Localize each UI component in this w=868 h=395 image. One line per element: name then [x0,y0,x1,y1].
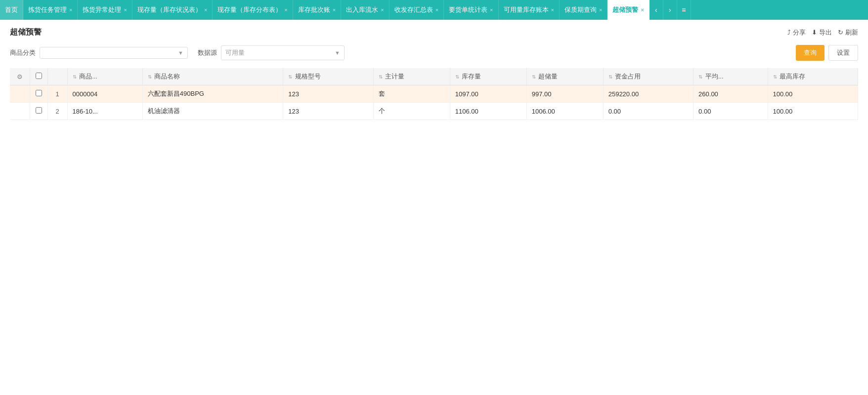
close-usable-stock[interactable]: × [551,7,554,13]
row-avg: 0.00 [694,103,768,120]
topbar: 首页 拣货任务管理 × 拣货异常处理 × 现存量（库存状况表） × 现存量（库存… [0,0,868,20]
row-checkbox-cell[interactable] [30,103,47,120]
datasource-filter-group: 数据源 可用量 ▼ [198,45,345,60]
col-stock-header[interactable]: ⇅ 库存量 [450,68,526,85]
row-unit: 套 [373,85,450,103]
nav-exception[interactable]: 拣货异常处理 × [78,0,132,20]
row-product-code: 0000004 [67,85,142,103]
sort-spec-icon: ⇅ [288,74,292,79]
nav-summary[interactable]: 收发存汇总表 × [390,0,444,20]
col-avg-header[interactable]: ⇅ 平均... [694,68,768,85]
row-overstock: 1006.00 [526,103,603,120]
sort-avg-icon: ⇅ [698,74,702,79]
close-stock-status[interactable]: × [204,7,207,13]
datasource-select-text: 可用量 [225,48,245,57]
filter-row: 商品分类 ▼ 数据源 可用量 ▼ 查询 设置 [10,45,858,61]
nav-home[interactable]: 首页 [0,0,23,20]
col-settings-header[interactable]: ⚙ [10,68,30,85]
row-product-name: 机油滤清器 [142,103,283,120]
col-unit-header[interactable]: ⇅ 主计量 [373,68,450,85]
close-stock-dist[interactable]: × [284,7,287,13]
row-index-cell: 1 [47,85,67,103]
row-index-cell: 2 [47,103,67,120]
main-content: 超储预警 ⤴ 分享 ⬇ 导出 ↻ 刷新 商品分类 ▼ 数据源 [0,20,868,395]
nav-overstock[interactable]: 超储预警 × [608,0,649,20]
sort-maxstock-icon: ⇅ [773,74,777,79]
close-expiry[interactable]: × [599,7,602,13]
datasource-dropdown-icon: ▼ [335,50,340,56]
row-settings-cell [10,85,30,103]
row-spec: 123 [283,103,373,120]
share-icon: ⤴ [787,29,791,36]
export-icon: ⬇ [812,29,817,36]
query-button[interactable]: 查询 [796,45,825,61]
row-overstock: 997.00 [526,85,603,103]
row-spec: 123 [283,85,373,103]
data-table: ⚙ ⇅ 商品... ⇅ 商品名称 ⇅ 规格型号 [10,68,858,120]
row-maxstock: 100.00 [768,103,858,120]
row-product-code: 186-10... [67,103,142,120]
sort-product-code-icon: ⇅ [73,74,77,79]
col-spec-header[interactable]: ⇅ 规格型号 [283,68,373,85]
row-checkbox-1[interactable] [36,107,42,114]
share-action[interactable]: ⤴ 分享 [787,28,806,37]
header-actions: ⤴ 分享 ⬇ 导出 ↻ 刷新 [787,28,858,37]
category-filter-group: 商品分类 ▼ [10,47,188,59]
row-stock: 1106.00 [450,103,526,120]
col-capital-header[interactable]: ⇅ 资金占用 [603,68,693,85]
row-maxstock: 100.00 [768,85,858,103]
category-dropdown-icon: ▼ [178,50,183,56]
category-label: 商品分类 [10,48,36,57]
table-header-row: ⚙ ⇅ 商品... ⇅ 商品名称 ⇅ 规格型号 [10,68,858,85]
row-capital: 0.00 [603,103,693,120]
col-checkbox-header[interactable] [30,68,47,85]
col-maxstock-header[interactable]: ⇅ 最高库存 [768,68,858,85]
category-select[interactable]: ▼ [40,47,188,59]
row-settings-cell [10,103,30,120]
nav-stock-dist[interactable]: 现存量（库存分布表） × [213,0,293,20]
nav-batch[interactable]: 库存批次账 × [293,0,341,20]
nav-next-btn[interactable]: › [663,0,677,20]
close-batch[interactable]: × [333,7,336,13]
row-unit: 个 [373,103,450,120]
row-stock: 1097.00 [450,85,526,103]
datasource-select[interactable]: 可用量 ▼ [221,45,345,60]
nav-prev-btn[interactable]: ‹ [650,0,663,20]
col-product-name-header[interactable]: ⇅ 商品名称 [142,68,283,85]
close-exception[interactable]: × [124,7,127,13]
refresh-action[interactable]: ↻ 刷新 [838,28,858,37]
export-action[interactable]: ⬇ 导出 [812,28,832,37]
page-title: 超储预警 [10,27,42,38]
nav-expiry[interactable]: 保质期查询 × [560,0,608,20]
sort-unit-icon: ⇅ [379,74,383,79]
row-checkbox-cell[interactable] [30,85,47,103]
sort-overstock-icon: ⇅ [532,74,536,79]
row-product-name: 六配套新昌490BPG [142,85,283,103]
table-row: 1 0000004 六配套新昌490BPG 123 套 1097.00 997.… [10,85,858,103]
sort-stock-icon: ⇅ [455,74,459,79]
settings-gear-icon[interactable]: ⚙ [17,73,23,80]
nav-task-mgmt[interactable]: 拣货任务管理 × [23,0,78,20]
close-summary[interactable]: × [435,7,438,13]
nav-inout[interactable]: 出入库流水 × [341,0,389,20]
close-task-mgmt[interactable]: × [69,7,72,13]
close-overstock[interactable]: × [641,7,644,13]
filter-buttons: 查询 设置 [796,45,858,61]
row-avg: 260.00 [694,85,768,103]
nav-order-stats[interactable]: 要货单统计表 × [444,0,498,20]
row-capital: 259220.00 [603,85,693,103]
table-row: 2 186-10... 机油滤清器 123 个 1106.00 1006.00 … [10,103,858,120]
select-all-checkbox[interactable] [36,73,42,79]
datasource-label: 数据源 [198,48,217,57]
col-product-code-header[interactable]: ⇅ 商品... [67,68,142,85]
close-order-stats[interactable]: × [490,7,493,13]
settings-button[interactable]: 设置 [828,45,858,61]
close-inout[interactable]: × [381,7,384,13]
sort-product-name-icon: ⇅ [148,74,152,79]
nav-menu-btn[interactable]: ≡ [677,0,691,20]
nav-usable-stock[interactable]: 可用量库存账本 × [499,0,560,20]
refresh-icon: ↻ [838,29,843,36]
row-checkbox-0[interactable] [36,90,42,96]
nav-stock-status[interactable]: 现存量（库存状况表） × [132,0,213,20]
col-overstock-header[interactable]: ⇅ 超储量 [526,68,603,85]
